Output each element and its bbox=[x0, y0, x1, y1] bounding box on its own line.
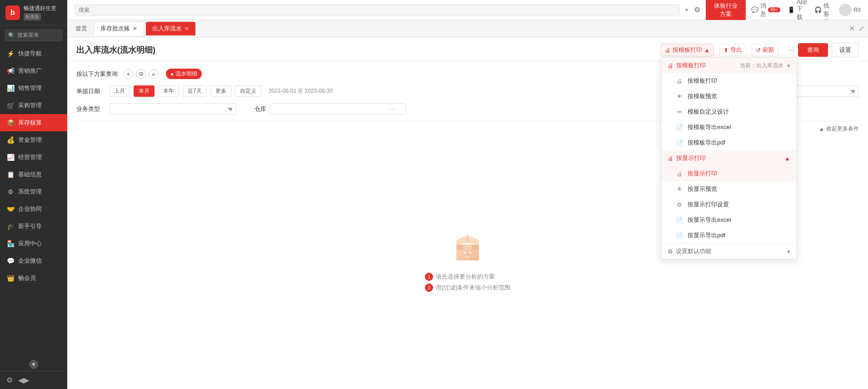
sidebar-item-label: 基础信息 bbox=[18, 170, 42, 179]
page-content: 出入库流水(流水明细) 🖨 按模板打印 ▲ 🖨 按模板打印 bbox=[67, 37, 868, 389]
business-type-select[interactable] bbox=[109, 103, 236, 115]
collapse-up-icon: ▲ bbox=[819, 126, 824, 132]
dropdown-item-display-excel[interactable]: 📄 按显示导出excel bbox=[661, 212, 797, 228]
empty-state: 1 请先选择要分析的方案 2 用[过滤]条件来缩小分析范围 bbox=[425, 231, 510, 294]
filter-settings-button[interactable]: ⚙ bbox=[136, 69, 146, 79]
tab-home[interactable]: 首页 bbox=[71, 22, 92, 35]
header-more-icon[interactable]: ··· bbox=[788, 45, 794, 55]
sidebar-item-purchase[interactable]: 🛒 采购管理 bbox=[0, 97, 67, 114]
search-menu-button[interactable]: 🔍 搜索菜单 bbox=[5, 29, 63, 41]
sidebar-scroll-down[interactable]: ▼ bbox=[0, 358, 67, 371]
dropdown-item-template-preview[interactable]: 👁 按模板预览 bbox=[661, 89, 797, 104]
tabs-bar: 首页 库存批次账 ✕ 出入库流水 ✕ ✕ ⤢ bbox=[67, 20, 868, 37]
topbar-gear-icon[interactable]: ⚙ bbox=[694, 5, 700, 14]
export-button[interactable]: ⬆ 导出 bbox=[719, 44, 746, 56]
message-button[interactable]: 💬 消息 99+ bbox=[751, 2, 780, 18]
dropdown-footer-settings[interactable]: ⚙ 设置默认功能 ▾ bbox=[661, 243, 797, 259]
tip-num-2: 2 bbox=[425, 284, 433, 292]
template-print-item-label: 按模板打印 bbox=[688, 77, 717, 85]
date-btn-current-year[interactable]: 本年 bbox=[158, 85, 179, 97]
export-icon: ⬆ bbox=[723, 47, 728, 54]
display-print-section-icon: 🖨 bbox=[668, 155, 673, 162]
sidebar-item-vip[interactable]: 👑 畅会员 bbox=[0, 269, 67, 287]
header-query-group: ··· 查询 设置 bbox=[788, 43, 859, 57]
display-preview-item-icon: 👁 bbox=[676, 185, 683, 193]
date-btn-custom[interactable]: 自定义 bbox=[235, 85, 261, 97]
page-header: 出入库流水(流水明细) 🖨 按模板打印 ▲ 🖨 按模板打印 bbox=[67, 37, 868, 61]
tab-batch-account[interactable]: 库存批次账 ✕ bbox=[94, 21, 144, 35]
system-icon: ⚙ bbox=[6, 188, 15, 196]
refresh-label: 刷新 bbox=[763, 46, 774, 54]
dropdown-item-display-print-settings[interactable]: ⚙ 按显示打印设置 bbox=[661, 197, 797, 212]
dropdown-item-template-excel[interactable]: 📄 按模板导出excel bbox=[661, 120, 797, 135]
display-section-collapse-icon[interactable]: ▲ bbox=[784, 155, 790, 162]
settings-bottom-icon[interactable]: ⚙ bbox=[6, 376, 13, 384]
collapse-button[interactable]: ▲ 收起更多条件 bbox=[819, 125, 859, 133]
date-btn-current-month[interactable]: 本月 bbox=[134, 85, 155, 97]
app-download-icon: 📱 bbox=[788, 6, 795, 13]
filter-add-button[interactable]: + bbox=[123, 69, 133, 79]
template-pdf-item-label: 按模板导出pdf bbox=[688, 139, 725, 147]
current-template-label: 当前：出入库流水 bbox=[740, 62, 783, 70]
print-dropdown-panel: 🖨 按模板打印 当前：出入库流水 ▾ 🖨 按模板打印 bbox=[661, 57, 797, 259]
sidebar-item-appstore[interactable]: 🏪 应用中心 bbox=[0, 235, 67, 252]
dropdown-item-display-print[interactable]: 🖨 按显示打印 bbox=[661, 166, 797, 181]
sidebar-item-collab[interactable]: 🤝 企业协同 bbox=[0, 200, 67, 218]
sidebar-item-label: 企业微信 bbox=[18, 257, 42, 265]
dropdown-item-display-preview[interactable]: 👁 按显示预览 bbox=[661, 181, 797, 197]
filter-actions: + ⚙ « bbox=[123, 69, 159, 79]
message-icon: 💬 bbox=[751, 6, 758, 13]
tab-inout-flow[interactable]: 出入库流水 ✕ bbox=[146, 22, 195, 35]
date-btn-more[interactable]: 更多 bbox=[210, 85, 231, 97]
sidebar-item-marketing[interactable]: 📢 营销推广 bbox=[0, 62, 67, 80]
collab-icon: 🤝 bbox=[6, 205, 15, 213]
display-excel-item-label: 按显示导出excel bbox=[688, 216, 731, 224]
query-button[interactable]: 查询 bbox=[798, 43, 828, 57]
empty-tip-1: 1 请先选择要分析的方案 bbox=[425, 273, 510, 281]
user-profile-button[interactable]: Rit bbox=[839, 4, 861, 16]
trial-button[interactable]: 体验行业方案 bbox=[706, 0, 746, 20]
dropdown-item-template-custom[interactable]: ✏ 模板自定义设计 bbox=[661, 104, 797, 120]
dropdown-footer-label: 设置默认功能 bbox=[676, 247, 711, 255]
display-pdf-item-label: 按显示导出pdf bbox=[688, 231, 725, 239]
date-btn-last-7-days[interactable]: 近7天 bbox=[183, 85, 207, 97]
collapse-sidebar-icon[interactable]: ◀▶ bbox=[18, 376, 29, 384]
sidebar-item-guide[interactable]: 🎓 新手引导 bbox=[0, 218, 67, 235]
settings-button[interactable]: 设置 bbox=[832, 43, 859, 57]
app-download-button[interactable]: 📱 App下载 bbox=[788, 0, 807, 21]
topbar-search-input[interactable] bbox=[75, 5, 680, 15]
template-print-item-icon: 🖨 bbox=[676, 77, 683, 85]
template-custom-item-label: 模板自定义设计 bbox=[688, 108, 729, 116]
tab-close-page-icon[interactable]: ✕ bbox=[849, 24, 855, 33]
sidebar-item-inventory[interactable]: 📦 库存核算 bbox=[0, 114, 67, 131]
tab-close-batch-account[interactable]: ✕ bbox=[133, 25, 137, 32]
date-range-display: 2023-06-01 至 2023-06-30 bbox=[269, 87, 333, 95]
refresh-button[interactable]: ↺ 刷新 bbox=[752, 44, 778, 56]
tab-expand-icon[interactable]: ⤢ bbox=[858, 24, 864, 33]
template-custom-item-icon: ✏ bbox=[676, 108, 683, 115]
dropdown-item-template-print[interactable]: 🖨 按模板打印 bbox=[661, 73, 797, 89]
section-collapse-icon[interactable]: ▾ bbox=[787, 62, 790, 69]
sidebar: b 畅捷通好生意 标准版 🔍 搜索菜单 ⚡ 快捷导航 📢 营销推广 📊 销售管理… bbox=[0, 0, 67, 389]
scroll-down-btn[interactable]: ▼ bbox=[29, 360, 38, 369]
date-btn-last-month[interactable]: 上月 bbox=[109, 85, 130, 97]
dropdown-item-display-pdf[interactable]: 📄 按显示导出pdf bbox=[661, 228, 797, 243]
sidebar-item-quick-nav[interactable]: ⚡ 快捷导航 bbox=[0, 45, 67, 62]
print-template-button[interactable]: 🖨 按模板打印 ▲ bbox=[661, 44, 714, 56]
dropdown-item-template-pdf[interactable]: 📄 按模板导出pdf bbox=[661, 135, 797, 150]
sidebar-item-operations[interactable]: 📈 经营管理 bbox=[0, 149, 67, 166]
sidebar-item-basic[interactable]: 📋 基础信息 bbox=[0, 166, 67, 183]
sidebar-item-system[interactable]: ⚙ 系统管理 bbox=[0, 183, 67, 200]
sidebar-item-finance[interactable]: 💰 资金管理 bbox=[0, 131, 67, 149]
sidebar-item-label: 采购管理 bbox=[18, 101, 42, 110]
search-menu-label: 搜索菜单 bbox=[17, 31, 39, 39]
warehouse-select[interactable]: ··· bbox=[270, 103, 406, 115]
inventory-icon: 📦 bbox=[6, 119, 15, 127]
sidebar-item-sales[interactable]: 📊 销售管理 bbox=[0, 80, 67, 97]
tab-close-inout-flow[interactable]: ✕ bbox=[185, 25, 189, 32]
topbar-dropdown-arrow[interactable]: ▾ bbox=[685, 6, 688, 13]
sidebar-item-wechat[interactable]: 💬 企业微信 bbox=[0, 252, 67, 269]
display-preview-item-label: 按显示预览 bbox=[688, 185, 717, 193]
filter-collapse-button[interactable]: « bbox=[149, 69, 159, 79]
filter-flow-detail-tag[interactable]: ● 流水明细 bbox=[166, 69, 202, 79]
